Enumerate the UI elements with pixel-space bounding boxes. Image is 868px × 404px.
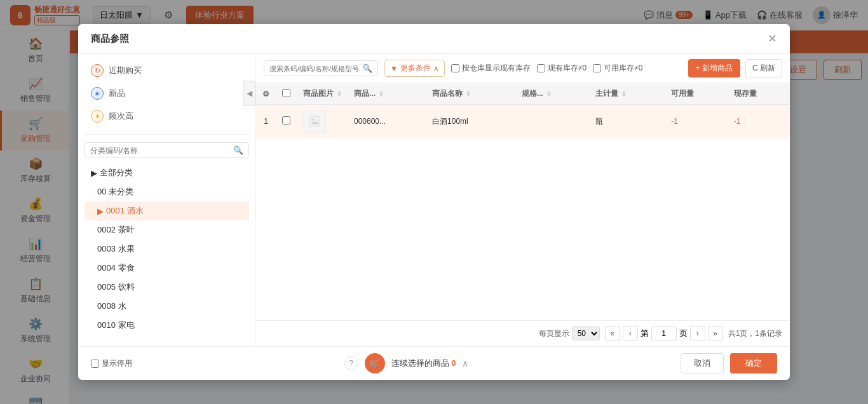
checkbox-nonzero-available[interactable]: 可用库存≠0 [593,63,642,74]
filter-button[interactable]: ▼ 更多条件 ∧ [384,60,445,77]
svg-rect-0 [309,116,320,126]
show-disabled-checkbox[interactable] [91,360,99,368]
footer-buttons: 取消 确定 [681,353,777,374]
modal-right-panel: 🔍 ▼ 更多条件 ∧ 按仓库显示现有库存 现有库存≠0 [256,54,790,346]
quick-buttons-group: ↻ 近期购买 ★ 新品 ✦ 频次高 ◀ [85,60,249,126]
col-check-header[interactable] [276,83,297,105]
category-item-water[interactable]: 0008 水 [85,297,249,316]
sort-up-icon [547,91,551,93]
product-table-area: ⚙ 商品图片 [256,83,790,320]
sort-icon [466,91,470,97]
product-search-bar[interactable]: 🔍 [264,60,378,76]
col-image-header: 商品图片 [297,83,348,105]
sort-down-icon [466,94,470,97]
category-search-bar[interactable]: 🔍 [85,142,249,158]
category-item-uncategorized[interactable]: 00 未分类 [85,182,249,201]
new-product-icon: ★ [91,87,104,100]
table-row[interactable]: 1 000600... 白酒100ml 瓶 [256,105,790,138]
row-checkbox-cell[interactable] [276,105,297,138]
row-checkbox[interactable] [282,116,290,125]
sort-up-icon [622,91,626,93]
svg-point-1 [312,119,314,121]
category-item-drinks[interactable]: 0005 饮料 [85,278,249,297]
page-navigation: « ‹ 第 页 › » [605,326,723,341]
help-icon[interactable]: ? [344,356,358,370]
panel-collapse-button[interactable]: ◀ [243,81,255,106]
page-size-selector[interactable]: 每页显示 50 [539,327,600,340]
product-thumbnail [303,110,326,133]
arrow-icon: ▶ [91,168,97,178]
category-item-tea[interactable]: 0002 茶叶 [85,220,249,239]
col-unit-header: 主计量 [589,83,665,105]
new-product-button[interactable]: ★ 新品 [85,83,249,104]
sort-icon [379,91,383,97]
col-spec-header: 规格... [515,83,589,105]
category-item-all[interactable]: ▶ 全部分类 [85,163,249,182]
selected-items-label: 连续选择的商品 0 [391,358,456,369]
pagination-bar: 每页显示 50 « ‹ 第 页 › » 共1页，1条记录 [256,320,790,346]
cart-icon: 🛒 [365,353,385,374]
add-product-button[interactable]: + 新增商品 [688,59,740,77]
confirm-button[interactable]: 确定 [730,353,777,374]
modal-left-panel: ↻ 近期购买 ★ 新品 ✦ 频次高 ◀ 🔍 [78,54,256,346]
col-code-header: 商品... [348,83,426,105]
row-spec [515,105,589,138]
product-table: ⚙ 商品图片 [256,83,790,138]
category-search-input[interactable] [90,146,231,155]
page-number-input[interactable] [651,326,677,341]
recent-purchase-button[interactable]: ↻ 近期购买 [85,60,249,81]
show-disabled-checkbox-label[interactable]: 显示停用 [91,358,132,369]
sort-icon [547,91,551,97]
cancel-button[interactable]: 取消 [681,353,724,374]
sort-down-icon [622,94,626,97]
checkbox-show-inventory[interactable]: 按仓库显示现有库存 [451,63,531,74]
col-name-header: 商品名称 [426,83,515,105]
high-frequency-button[interactable]: ✦ 频次高 [85,106,249,126]
select-all-checkbox[interactable] [282,89,290,97]
col-stock-header: 现存量 [728,83,790,105]
row-name: 白酒100ml [426,105,515,138]
modal-close-button[interactable]: ✕ [768,32,777,46]
page-size-select-input[interactable]: 50 [572,327,600,340]
show-inventory-checkbox[interactable] [451,64,459,72]
row-num: 1 [256,105,276,138]
sort-down-icon [379,94,383,97]
prev-page-button[interactable]: ‹ [623,326,638,341]
col-available-header: 可用量 [665,83,727,105]
selected-count-badge: 0 [451,358,456,368]
category-item-liquor[interactable]: ▶ 0001 酒水 [85,201,249,220]
footer-collapse-button[interactable]: ∧ [462,358,468,368]
category-tree: ▶ 全部分类 00 未分类 ▶ 0001 酒水 0002 茶叶 0003 水果 [85,163,249,340]
category-item-appliance[interactable]: 0010 家电 [85,316,249,335]
product-reference-modal: 商品参照 ✕ ↻ 近期购买 ★ 新品 ✦ 频次高 [78,24,790,380]
refresh-button[interactable]: C 刷新 [745,59,782,77]
search-icon[interactable]: 🔍 [362,64,372,73]
active-arrow-icon: ▶ [97,206,104,216]
category-item-snacks[interactable]: 0004 零食 [85,259,249,278]
col-settings-header[interactable]: ⚙ [256,83,276,105]
search-icon[interactable]: 🔍 [233,145,243,155]
sort-icon [337,91,341,97]
modal-header: 商品参照 ✕ [78,24,790,54]
row-unit: 瓶 [589,105,665,138]
nonzero-available-checkbox[interactable] [593,64,601,72]
last-page-button[interactable]: » [708,326,723,341]
modal-title: 商品参照 [91,33,129,45]
sort-down-icon [337,94,341,97]
sort-down-icon [547,94,551,97]
row-image-cell [297,105,348,138]
sort-up-icon [337,91,341,93]
first-page-button[interactable]: « [605,326,620,341]
modal-body: ↻ 近期购买 ★ 新品 ✦ 频次高 ◀ 🔍 [78,54,790,346]
modal-footer: 显示停用 ? 🛒 连续选择的商品 0 ∧ 取消 确定 [78,346,790,380]
product-search-input[interactable] [269,65,360,72]
filter-arrow-icon: ∧ [433,64,439,73]
nonzero-stock-checkbox[interactable] [537,64,545,72]
next-page-button[interactable]: › [690,326,705,341]
checkbox-nonzero-stock[interactable]: 现有库存≠0 [537,63,587,74]
modal-overlay: 商品参照 ✕ ↻ 近期购买 ★ 新品 ✦ 频次高 [0,0,868,404]
divider [85,134,249,135]
row-available: -1 [665,105,727,138]
category-item-fruit[interactable]: 0003 水果 [85,239,249,259]
modal-toolbar: 🔍 ▼ 更多条件 ∧ 按仓库显示现有库存 现有库存≠0 [256,54,790,83]
